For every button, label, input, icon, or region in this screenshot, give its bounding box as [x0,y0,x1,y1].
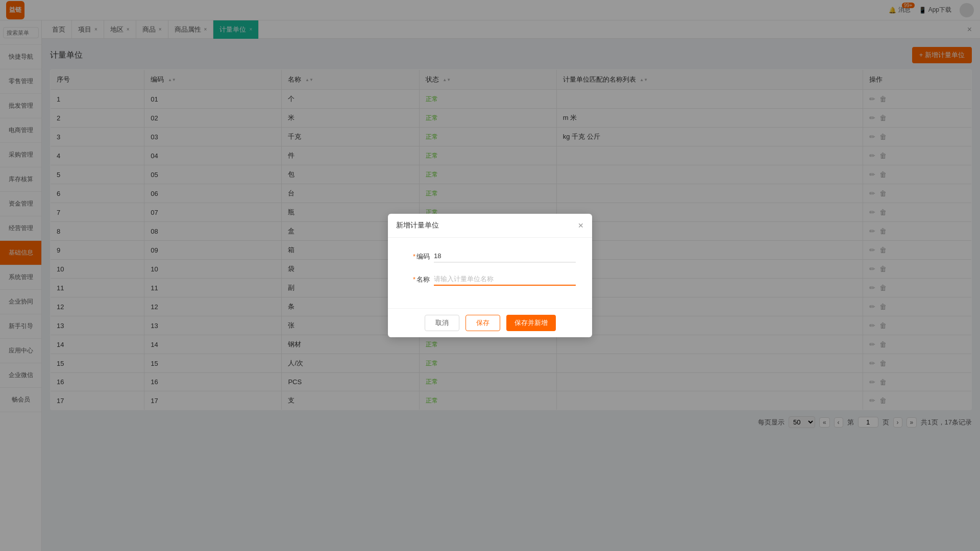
modal-header: 新增计量单位 ✕ [388,214,592,238]
name-label: 名称 [404,275,430,284]
modal-close-button[interactable]: ✕ [578,221,584,230]
modal-title: 新增计量单位 [396,221,439,230]
modal-footer: 取消 保存 保存并新增 [388,308,592,337]
add-unit-modal: 新增计量单位 ✕ 编码 名称 取消 保存 保存并新增 [388,214,592,337]
modal-body: 编码 名称 [388,238,592,308]
code-label: 编码 [404,252,430,261]
name-input[interactable] [434,273,576,286]
modal-overlay[interactable]: 新增计量单位 ✕ 编码 名称 取消 保存 保存并新增 [0,0,980,551]
form-item-code: 编码 [404,250,576,263]
form-item-name: 名称 [404,273,576,286]
cancel-button[interactable]: 取消 [425,315,459,331]
save-button[interactable]: 保存 [465,315,500,331]
code-input[interactable] [434,250,576,263]
save-and-new-button[interactable]: 保存并新增 [506,315,556,331]
